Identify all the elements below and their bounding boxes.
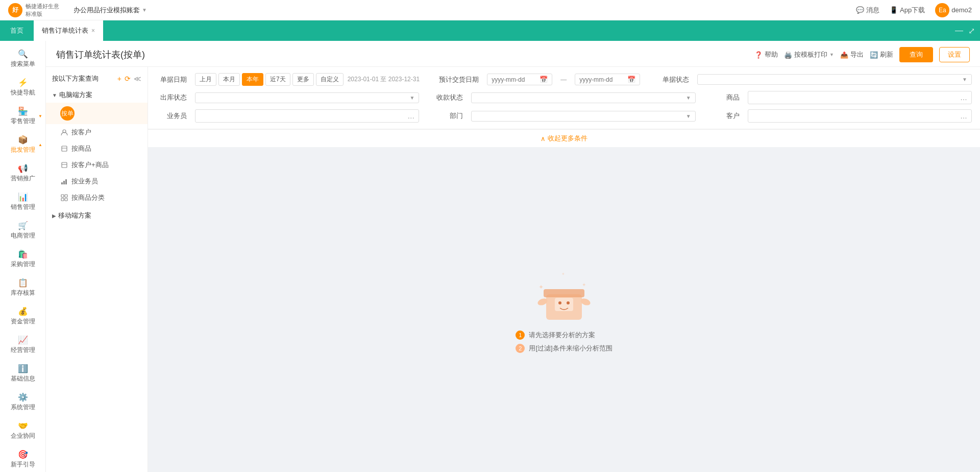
sidebar-item-newbie[interactable]: 🎯 新手引导 [0, 445, 45, 472]
collapse-bar[interactable]: ∧ 收起更多条件 [148, 129, 980, 147]
sidebar-item-search[interactable]: 🔍 搜索菜单 [0, 45, 45, 73]
template-print-button[interactable]: 🖨️ 按模板打印 ▼ [784, 50, 834, 59]
pc-group-header[interactable]: ▼ 电脑端方案 [46, 87, 148, 103]
tab-close-icon[interactable]: × [91, 27, 95, 34]
sidebar-label-operations: 经营管理 [11, 346, 35, 355]
salesman-select[interactable]: … [195, 109, 419, 123]
ship-status-select[interactable]: ▼ [195, 92, 419, 103]
date-btn-7days[interactable]: 近7天 [265, 73, 290, 86]
tab-minimize-icon[interactable]: — [955, 26, 963, 35]
sidebar-item-inventory[interactable]: 📋 库存核算 [0, 274, 45, 301]
sidebar-item-operations[interactable]: 📈 经营管理 [0, 331, 45, 359]
tab-expand-icon[interactable]: ⤢ [968, 26, 975, 36]
scheme-item-by-salesman[interactable]: 按业务员 [46, 173, 148, 190]
customer-label: 客户 [709, 111, 740, 121]
payment-status-arrow-icon: ▼ [686, 95, 691, 101]
breadcrumb[interactable]: 办公用品行业模拟账套 ▼ [74, 6, 147, 15]
basic-info-icon: ℹ️ [18, 364, 28, 373]
sidebar-item-basic-info[interactable]: ℹ️ 基础信息 [0, 360, 45, 387]
retail-arrow-icon: ▼ [38, 114, 42, 119]
goods-dots-icon[interactable]: … [960, 93, 967, 102]
sidebar-item-wholesale[interactable]: 📦 批发管理 ▲ [0, 131, 45, 158]
filter-row-2: 出库状态 ▼ 收款状态 ▼ 商品 … [156, 91, 972, 104]
print-icon: 🖨️ [784, 51, 792, 59]
add-scheme-button[interactable]: + [117, 75, 121, 83]
user-menu[interactable]: Ea demo2 [935, 3, 972, 17]
sidebar-label-newbie: 新手引导 [11, 460, 35, 469]
sidebar-label-quick-nav: 快捷导航 [11, 88, 35, 97]
salesman-dots-icon[interactable]: … [407, 112, 414, 120]
dept-select[interactable]: ▼ [471, 111, 695, 122]
refresh-button[interactable]: 🔄 刷新 [870, 50, 893, 59]
date-btn-this-year[interactable]: 本年 [242, 73, 263, 86]
app-download-button[interactable]: 📱 App下载 [890, 6, 925, 15]
empty-illustration: ✦ ✦ ✦ [533, 266, 595, 322]
sidebar-label-finance: 资金管理 [11, 317, 35, 326]
sidebar-item-retail[interactable]: 🏪 零售管理 ▼ [0, 102, 45, 130]
inventory-icon: 📋 [18, 278, 28, 288]
phone-icon: 📱 [890, 6, 898, 14]
empty-svg: ✦ ✦ ✦ [533, 266, 595, 322]
expected-date-start-input[interactable] [492, 76, 537, 83]
goods-select[interactable]: … [748, 91, 972, 104]
mobile-group-header[interactable]: ▶ 移动端方案 [46, 208, 148, 223]
date-btn-custom[interactable]: 自定义 [316, 73, 344, 86]
message-button[interactable]: 💬 消息 [856, 6, 879, 15]
expected-date-start[interactable]: 📅 [487, 74, 552, 85]
sidebar-item-marketing[interactable]: 📢 营销推广 [0, 159, 45, 187]
page-actions: ❓ 帮助 🖨️ 按模板打印 ▼ 📤 导出 🔄 刷新 查询 设置 [754, 47, 970, 62]
scheme-item-by-goods[interactable]: 按商品 [46, 140, 148, 157]
purchase-icon: 🛍️ [18, 249, 28, 259]
content-area: 销售订单统计表(按单) ❓ 帮助 🖨️ 按模板打印 ▼ 📤 导出 🔄 刷新 [46, 41, 980, 472]
retail-icon: 🏪 [18, 106, 28, 116]
customer-select[interactable]: … [748, 109, 972, 123]
sidebar-item-finance[interactable]: 💰 资金管理 [0, 302, 45, 330]
tab-sales-order[interactable]: 销售订单统计表 × [34, 20, 103, 41]
calendar-start-icon: 📅 [540, 76, 548, 83]
page-title: 销售订单统计表(按单) [56, 49, 145, 61]
svg-point-15 [558, 301, 561, 304]
expected-date-end-input[interactable] [579, 76, 625, 83]
svg-point-16 [567, 301, 570, 304]
sidebar-label-system: 系统管理 [11, 403, 35, 412]
scheme-item-by-order[interactable]: 按单 [46, 103, 148, 124]
expected-date-end[interactable]: 📅 [575, 74, 640, 85]
left-panel: 按以下方案查询 + ⟳ ≪ ▼ 电脑端方案 按单 [46, 67, 148, 472]
page-header: 销售订单统计表(按单) ❓ 帮助 🖨️ 按模板打印 ▼ 📤 导出 🔄 刷新 [46, 41, 980, 67]
sidebar-item-enterprise[interactable]: 🤝 企业协同 [0, 417, 45, 444]
sidebar: 🔍 搜索菜单 ⚡ 快捷导航 🏪 零售管理 ▼ 📦 批发管理 ▲ 📢 营销推广 📊… [0, 41, 46, 472]
scheme-item-by-customer-goods[interactable]: 按客户+商品 [46, 157, 148, 173]
expected-date-label: 预计交货日期 [438, 75, 479, 84]
sidebar-item-sales[interactable]: 📊 销售管理 [0, 188, 45, 216]
collapse-panel-button[interactable]: ≪ [134, 75, 141, 83]
customer-dots-icon[interactable]: … [960, 112, 967, 120]
tab-home[interactable]: 首页 [0, 20, 34, 41]
settings-button[interactable]: 设置 [939, 47, 970, 62]
sidebar-item-ecommerce[interactable]: 🛒 电商管理 [0, 217, 45, 244]
mobile-scheme-group: ▶ 移动端方案 [46, 206, 148, 223]
query-button[interactable]: 查询 [899, 47, 933, 62]
date-btn-last-month[interactable]: 上月 [195, 73, 216, 86]
tab-bar: 首页 销售订单统计表 × — ⤢ [0, 20, 980, 41]
hint-text-2: 用[过滤]条件来缩小分析范围 [529, 344, 612, 353]
scheme-item-by-category[interactable]: 按商品分类 [46, 190, 148, 206]
refresh-icon: 🔄 [870, 51, 878, 59]
sidebar-item-quick-nav[interactable]: ⚡ 快捷导航 [0, 74, 45, 101]
sidebar-item-system[interactable]: ⚙️ 系统管理 [0, 388, 45, 416]
hint-item-2: 2 用[过滤]条件来缩小分析范围 [516, 344, 612, 353]
date-btn-this-month[interactable]: 本月 [218, 73, 240, 86]
system-icon: ⚙️ [18, 392, 28, 402]
hint-num-2: 2 [516, 344, 525, 353]
export-button[interactable]: 📤 导出 [840, 50, 864, 59]
date-btn-more[interactable]: 更多 [292, 73, 314, 86]
payment-status-select[interactable]: ▼ [471, 92, 695, 103]
status-select[interactable]: ▼ [697, 74, 972, 85]
scheme-item-by-customer[interactable]: 按客户 [46, 124, 148, 140]
date-label: 单据日期 [156, 75, 187, 84]
category-scheme-icon [60, 194, 68, 202]
help-button[interactable]: ❓ 帮助 [754, 50, 778, 59]
refresh-scheme-button[interactable]: ⟳ [125, 75, 131, 83]
left-panel-title: 按以下方案查询 [52, 74, 114, 83]
sidebar-item-purchase[interactable]: 🛍️ 采购管理 [0, 245, 45, 273]
message-icon: 💬 [856, 6, 864, 14]
